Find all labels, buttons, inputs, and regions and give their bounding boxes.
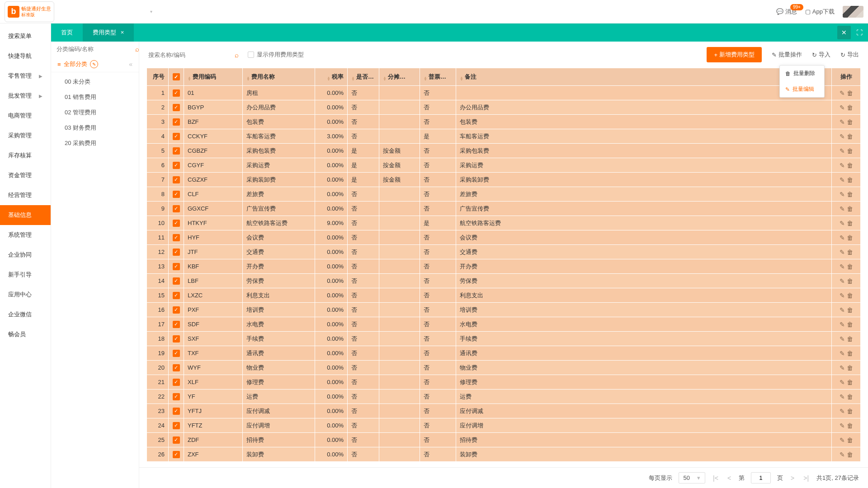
tab-close-button[interactable]: ✕ — [837, 26, 851, 39]
sidebar-item[interactable]: 采购管理 — [0, 126, 51, 145]
delete-row-icon[interactable]: 🗑 — [847, 451, 853, 458]
sidebar-item[interactable]: 零售管理▶ — [0, 66, 51, 86]
cell-checkbox[interactable]: ✓ — [169, 259, 184, 274]
edit-row-icon[interactable]: ✎ — [840, 220, 845, 227]
edit-row-icon[interactable]: ✎ — [840, 292, 845, 299]
category-item[interactable]: 02 管理费用 — [51, 105, 139, 120]
col-note[interactable]: ▲▼备注 — [456, 68, 832, 86]
sidebar-item[interactable]: 企业协同 — [0, 245, 51, 265]
col-pu[interactable]: ▲▼普票… — [420, 68, 456, 86]
edit-row-icon[interactable]: ✎ — [840, 306, 845, 314]
avatar[interactable] — [843, 6, 863, 18]
per-page-select[interactable]: 50 ▾ — [679, 472, 705, 483]
edit-row-icon[interactable]: ✎ — [840, 263, 845, 270]
col-is[interactable]: ▲▼是否… — [348, 68, 379, 86]
checkbox-icon[interactable]: ✓ — [173, 306, 180, 314]
cell-checkbox[interactable]: ✓ — [169, 433, 184, 447]
delete-row-icon[interactable]: 🗑 — [847, 104, 853, 111]
edit-row-icon[interactable]: ✎ — [840, 191, 845, 198]
cell-checkbox[interactable]: ✓ — [169, 100, 184, 115]
edit-row-icon[interactable]: ✎ — [840, 162, 845, 169]
cell-checkbox[interactable]: ✓ — [169, 346, 184, 361]
tab-expand-button[interactable]: ⛶ — [853, 26, 866, 39]
delete-row-icon[interactable]: 🗑 — [847, 249, 853, 256]
prev-page-button[interactable]: < — [726, 474, 732, 482]
edit-row-icon[interactable]: ✎ — [840, 89, 845, 97]
cell-checkbox[interactable]: ✓ — [169, 288, 184, 303]
edit-row-icon[interactable]: ✎ — [840, 393, 845, 400]
delete-row-icon[interactable]: 🗑 — [847, 205, 853, 212]
messages-button[interactable]: 💬 消息 99+ — [776, 8, 797, 16]
shop-selector[interactable]: ▾ — [72, 8, 152, 16]
cell-checkbox[interactable]: ✓ — [169, 274, 184, 288]
sidebar-item[interactable]: 搜索菜单 — [0, 26, 51, 46]
checkbox-icon[interactable]: ✓ — [173, 350, 180, 357]
search-icon[interactable]: ⌕ — [235, 51, 239, 59]
delete-row-icon[interactable]: 🗑 — [847, 422, 853, 429]
cell-checkbox[interactable]: ✓ — [169, 418, 184, 433]
edit-row-icon[interactable]: ✎ — [840, 176, 845, 183]
edit-row-icon[interactable]: ✎ — [840, 436, 845, 444]
cell-checkbox[interactable]: ✓ — [169, 389, 184, 404]
sidebar-item[interactable]: 应用中心 — [0, 285, 51, 305]
cell-checkbox[interactable]: ✓ — [169, 404, 184, 418]
show-disabled-checkbox[interactable]: 显示停用费用类型 — [248, 51, 304, 59]
checkbox-icon[interactable]: ✓ — [173, 263, 180, 270]
next-page-button[interactable]: > — [789, 474, 796, 482]
col-select-all[interactable]: ✓ — [169, 68, 184, 86]
delete-row-icon[interactable]: 🗑 — [847, 408, 853, 415]
delete-row-icon[interactable]: 🗑 — [847, 263, 853, 270]
checkbox-icon[interactable]: ✓ — [173, 176, 180, 183]
tab-home[interactable]: 首页 — [51, 23, 83, 42]
col-code[interactable]: ▲▼费用编码 — [184, 68, 243, 86]
edit-row-icon[interactable]: ✎ — [840, 133, 845, 140]
sidebar-item[interactable]: 库存核算 — [0, 145, 51, 165]
checkbox-icon[interactable]: ✓ — [173, 364, 180, 371]
checkbox-icon[interactable]: ✓ — [173, 408, 180, 415]
edit-row-icon[interactable]: ✎ — [840, 451, 845, 458]
cell-checkbox[interactable]: ✓ — [169, 115, 184, 129]
category-item[interactable]: 03 财务费用 — [51, 120, 139, 136]
checkbox-icon[interactable]: ✓ — [173, 147, 180, 155]
table-container[interactable]: 序号 ✓ ▲▼费用编码 ▲▼费用名称 ▲▼税率 ▲▼是否… ▲▼分摊… ▲▼普票… — [139, 68, 868, 467]
first-page-button[interactable]: |< — [712, 474, 720, 482]
cell-checkbox[interactable]: ✓ — [169, 144, 184, 158]
delete-row-icon[interactable]: 🗑 — [847, 118, 853, 126]
collapse-icon[interactable]: « — [129, 61, 132, 68]
col-fen[interactable]: ▲▼分摊… — [379, 68, 420, 86]
checkbox-icon[interactable]: ✓ — [173, 321, 180, 328]
cell-checkbox[interactable]: ✓ — [169, 317, 184, 332]
checkbox-icon[interactable]: ✓ — [173, 104, 180, 111]
category-item[interactable]: 00 未分类 — [51, 74, 139, 89]
delete-row-icon[interactable]: 🗑 — [847, 176, 853, 183]
page-input[interactable] — [751, 472, 771, 483]
checkbox-icon[interactable]: ✓ — [173, 335, 180, 343]
checkbox-icon[interactable]: ✓ — [173, 162, 180, 169]
sidebar-item[interactable]: 电商管理 — [0, 106, 51, 126]
checkbox-icon[interactable]: ✓ — [173, 422, 180, 429]
category-item[interactable]: 20 采购费用 — [51, 136, 139, 151]
batch-edit-item[interactable]: ✎ 批量编辑 — [780, 81, 824, 97]
delete-row-icon[interactable]: 🗑 — [847, 364, 853, 371]
search-icon[interactable]: ⌕ — [135, 45, 139, 53]
delete-row-icon[interactable]: 🗑 — [847, 436, 853, 444]
edit-row-icon[interactable]: ✎ — [840, 234, 845, 241]
delete-row-icon[interactable]: 🗑 — [847, 321, 853, 328]
search-input[interactable] — [148, 52, 235, 58]
sidebar-item[interactable]: 系统管理 — [0, 225, 51, 245]
delete-row-icon[interactable]: 🗑 — [847, 393, 853, 400]
cell-checkbox[interactable]: ✓ — [169, 187, 184, 202]
sidebar-item[interactable]: 畅会员 — [0, 324, 51, 344]
cell-checkbox[interactable]: ✓ — [169, 361, 184, 375]
edit-row-icon[interactable]: ✎ — [840, 147, 845, 155]
last-page-button[interactable]: >| — [802, 474, 810, 482]
sidebar-item[interactable]: 资金管理 — [0, 165, 51, 185]
checkbox-icon[interactable]: ✓ — [173, 191, 180, 198]
col-rate[interactable]: ▲▼税率 — [315, 68, 348, 86]
checkbox-icon[interactable] — [248, 52, 254, 58]
checkbox-icon[interactable]: ✓ — [173, 133, 180, 140]
checkbox-icon[interactable]: ✓ — [173, 234, 180, 241]
checkbox-icon[interactable]: ✓ — [173, 249, 180, 256]
cell-checkbox[interactable]: ✓ — [169, 447, 184, 462]
edit-row-icon[interactable]: ✎ — [840, 422, 845, 429]
